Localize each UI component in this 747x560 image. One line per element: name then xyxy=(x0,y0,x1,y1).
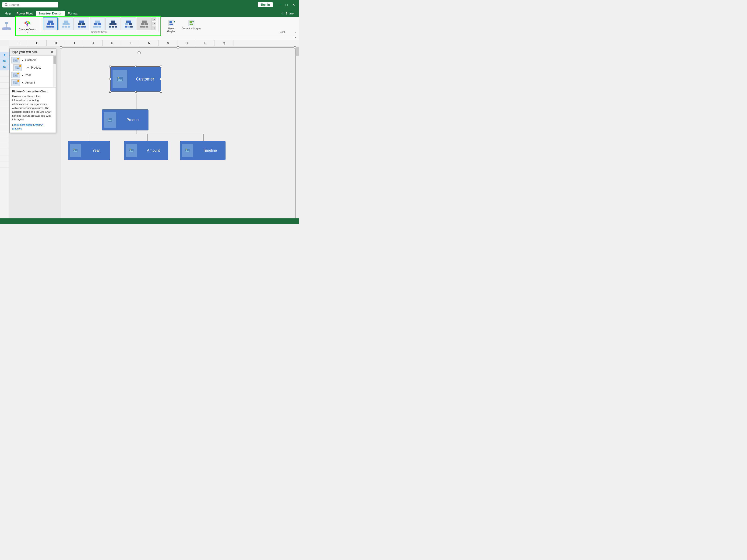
text-pane-item-amount[interactable]: ● Amount xyxy=(9,79,56,86)
row-num-11 xyxy=(0,107,9,113)
ribbon-collapse-button[interactable]: ▲ xyxy=(294,31,297,34)
row-num-7 xyxy=(0,83,9,89)
v-scrollbar[interactable] xyxy=(295,46,299,224)
sign-in-button[interactable]: Sign in xyxy=(258,2,273,7)
svg-point-36 xyxy=(108,118,109,119)
maximize-button[interactable]: □ xyxy=(284,2,289,7)
info-title: Picture Organization Chart xyxy=(12,89,53,94)
scroll-up-arrow[interactable]: ▲ xyxy=(152,18,156,21)
info-panel: Picture Organization Chart Use to show h… xyxy=(9,87,56,133)
close-button[interactable]: ✕ xyxy=(291,2,297,7)
col-header-L: L xyxy=(121,40,140,46)
col-header-M: M xyxy=(140,40,159,46)
row-num-1 xyxy=(0,46,9,52)
svg-rect-20 xyxy=(189,21,192,23)
svg-point-14 xyxy=(27,23,28,24)
reset-graphic-label: ResetGraphic xyxy=(167,27,175,33)
svg-point-33 xyxy=(118,77,119,79)
node-handle-customer-tl[interactable] xyxy=(109,65,111,68)
reset-graphic-button[interactable]: ResetGraphic xyxy=(165,18,178,34)
text-pane-item-product[interactable]: ↵ Product xyxy=(9,64,56,72)
text-pane-sub-bullet-1: ↵ xyxy=(27,66,29,69)
text-pane-close-button[interactable]: ✕ xyxy=(51,50,53,54)
collapse-arrow[interactable]: ▼ xyxy=(294,36,297,39)
info-description: Use to show hierarchical information or … xyxy=(12,95,53,122)
node-handle-customer-bl[interactable] xyxy=(109,91,111,92)
convert-to-shapes-button[interactable]: Convert to Shapes xyxy=(180,18,203,34)
text-pane-scrollbar[interactable] xyxy=(53,56,56,87)
year-img-icon xyxy=(73,149,78,152)
smartart-node-customer[interactable]: Customer xyxy=(110,66,161,92)
title-bar: Sign in ─ □ ✕ xyxy=(0,0,299,9)
row-num-20 xyxy=(0,161,9,167)
row-num-13 xyxy=(0,119,9,125)
smartart-node-year[interactable]: Year xyxy=(68,141,110,160)
row-num-8 xyxy=(0,89,9,95)
smartart-styles-group: ▲ ▼ ≡ SmartArt Styles xyxy=(43,18,156,33)
row-num-16 xyxy=(0,137,9,143)
product-image-placeholder xyxy=(103,112,116,128)
style-thumb-1[interactable] xyxy=(43,18,58,30)
style-thumb-4[interactable] xyxy=(89,18,105,30)
style-thumb-3[interactable] xyxy=(74,18,89,30)
node-handle-customer-tr[interactable] xyxy=(160,65,162,68)
style-scroll-arrows[interactable]: ▲ ▼ ≡ xyxy=(152,18,156,30)
svg-rect-22 xyxy=(191,24,193,25)
menu-format[interactable]: Format xyxy=(66,11,80,16)
share-button[interactable]: Share xyxy=(279,11,297,16)
text-pane-thumb-amount xyxy=(11,79,20,86)
text-pane-title: Type your text here xyxy=(12,50,37,54)
node-handle-customer-mr[interactable] xyxy=(160,78,162,80)
rotate-handle[interactable] xyxy=(137,51,141,54)
style-thumb-2[interactable] xyxy=(58,18,74,30)
smartart-canvas[interactable]: Customer Product xyxy=(61,47,295,224)
text-pane-label-year: Year xyxy=(25,74,31,77)
timeline-image-placeholder xyxy=(182,143,193,158)
svg-rect-18 xyxy=(171,24,173,25)
search-box[interactable] xyxy=(2,2,58,7)
svg-point-45 xyxy=(186,149,186,150)
smartart-lines xyxy=(61,48,295,224)
text-pane-item-customer[interactable]: ● Customer xyxy=(9,56,56,64)
convert-to-shapes-label: Convert to Shapes xyxy=(182,27,201,30)
smartart-node-product[interactable]: Product xyxy=(102,109,149,130)
scroll-down-arrow[interactable]: ▼ xyxy=(152,22,156,25)
node-handle-customer-ml[interactable] xyxy=(109,78,111,80)
node-handle-customer-bc[interactable] xyxy=(135,91,136,92)
canvas-handle-tl[interactable] xyxy=(60,47,62,49)
smartart-node-amount[interactable]: Amount xyxy=(124,141,168,160)
scroll-more-arrow[interactable]: ≡ xyxy=(152,26,156,30)
node-handle-customer-br[interactable] xyxy=(160,91,162,92)
col-header-G: G xyxy=(28,40,47,46)
menu-help[interactable]: Help xyxy=(2,11,13,16)
change-colors-button[interactable]: Change Colors ▼ xyxy=(17,18,38,34)
spreadsheet[interactable]: › Type your text here ✕ ● Customer xyxy=(9,46,299,224)
menu-power-pivot[interactable]: Power Pivot xyxy=(14,11,35,16)
smartart-styles-label: SmartArt Styles xyxy=(91,31,107,33)
timeline-img-icon xyxy=(185,149,190,152)
style-thumb-7[interactable] xyxy=(136,18,152,30)
info-link[interactable]: Learn more about SmartArt graphics xyxy=(12,124,43,130)
style-thumb-5[interactable] xyxy=(105,18,121,30)
col-header-K: K xyxy=(103,40,121,46)
text-pane-item-year[interactable]: ● Year xyxy=(9,72,56,79)
reset-convert-group: ResetGraphic Convert to Shapes xyxy=(165,18,203,34)
col-header-I: I xyxy=(66,40,84,46)
svg-point-13 xyxy=(26,24,28,26)
row-num-9 xyxy=(0,95,9,101)
menu-smartart-design[interactable]: SmartArt Design xyxy=(36,11,65,16)
node-handle-customer-tc[interactable] xyxy=(135,65,136,68)
col-header-P: P xyxy=(196,40,215,46)
ribbon: Change Colors ▼ xyxy=(0,17,299,35)
customer-img-icon xyxy=(117,77,123,82)
search-icon xyxy=(5,3,8,6)
palette-icon xyxy=(23,19,32,28)
minimize-button[interactable]: ─ xyxy=(277,2,282,7)
svg-line-1 xyxy=(7,5,8,6)
search-input[interactable] xyxy=(9,3,51,6)
style-thumb-6[interactable] xyxy=(121,18,136,30)
column-headers: F G H I J K L M N O P Q xyxy=(9,40,299,46)
amount-img-icon xyxy=(129,149,134,152)
smartart-node-timeline[interactable]: Timeline xyxy=(180,141,226,160)
canvas-handle-tc[interactable] xyxy=(177,47,179,49)
